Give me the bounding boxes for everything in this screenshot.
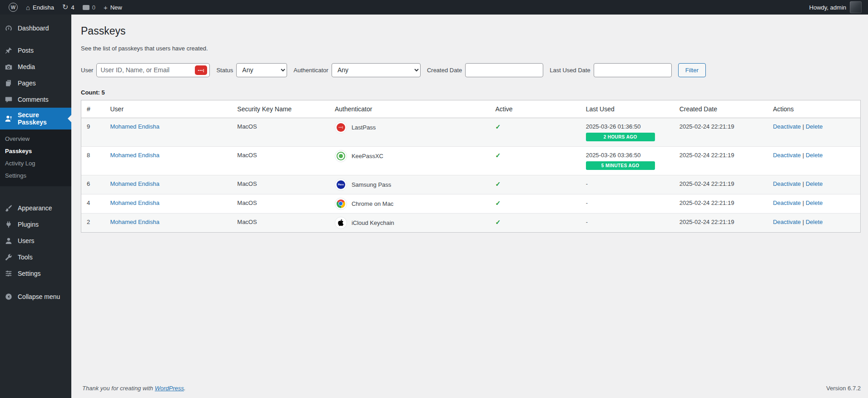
sidebar-item-plugins-row[interactable]: Plugins (0, 216, 71, 233)
sidebar-item-collapse-menu: Collapse menu (0, 289, 71, 305)
delete-link[interactable]: Delete (806, 152, 823, 159)
submenu-item-settings[interactable]: Settings (0, 169, 71, 182)
results-count: Count: 5 (81, 89, 861, 96)
lastpass-extension-icon[interactable] (195, 65, 207, 75)
last-used-empty: - (586, 219, 588, 225)
filter-button[interactable]: Filter (678, 63, 706, 77)
updates-link[interactable]: ↻ 4 (58, 0, 79, 15)
sidebar-item-media-row[interactable]: Media (0, 59, 71, 75)
passkey-id-cell: 4 (81, 194, 104, 213)
deactivate-link[interactable]: Deactivate (773, 199, 801, 206)
new-content-menu[interactable]: + New (99, 0, 126, 15)
created-date-cell: 2025-02-24 22:21:19 (674, 194, 768, 213)
delete-link[interactable]: Delete (806, 199, 823, 206)
footer-thanks-period: . (184, 385, 186, 392)
last-used-cell: 2025-03-26 03:36:505 MINUTES AGO (580, 146, 674, 175)
authenticator-filter-select[interactable]: Any (332, 63, 421, 77)
sidebar-item-tools: Tools (0, 249, 71, 265)
sidebar-item-pages-row[interactable]: Pages (0, 75, 71, 91)
user-avatar[interactable] (850, 1, 862, 13)
passkey-row: 8Mohamed EndishaMacOSKeePassXC✓2025-03-2… (81, 146, 860, 175)
admin-menu: DashboardPostsMediaPagesCommentsSecure P… (0, 15, 71, 305)
active-cell: ✓ (490, 175, 580, 194)
wordpress-logo-menu[interactable]: W (5, 0, 22, 15)
plus-icon: + (104, 4, 108, 11)
user-link[interactable]: Mohamed Endisha (110, 199, 159, 206)
lastpass-icon (337, 123, 345, 132)
last-used-empty: - (586, 199, 588, 206)
user-link[interactable]: Mohamed Endisha (110, 219, 159, 225)
user-link[interactable]: Mohamed Endisha (110, 123, 159, 130)
sidebar-item-media: Media (0, 59, 71, 75)
column-header-last-used: Last Used (580, 100, 674, 118)
submenu-item-activity-log[interactable]: Activity Log (0, 157, 71, 169)
howdy-label[interactable]: Howdy, admin (809, 4, 846, 11)
delete-link[interactable]: Delete (806, 123, 823, 130)
active-cell: ✓ (490, 118, 580, 146)
sidebar-item-settings-row[interactable]: Settings (0, 265, 71, 282)
page-title: Passkeys (81, 25, 861, 38)
last-used-date-filter-label: Last Used Date (550, 67, 590, 74)
submenu-item-passkeys[interactable]: Passkeys (0, 145, 71, 157)
deactivate-link[interactable]: Deactivate (773, 123, 801, 130)
last-used-date: 2025-03-26 01:36:50 (586, 123, 669, 130)
wordpress-footer-link[interactable]: WordPress (155, 385, 184, 392)
passkey-id-cell: 8 (81, 146, 104, 175)
sidebar-item-comments-row[interactable]: Comments (0, 91, 71, 108)
site-name-link[interactable]: ⌂ Endisha (22, 0, 58, 15)
last-used-empty: - (586, 180, 588, 187)
last-used-cell: 2025-03-26 01:36:502 HOURS AGO (580, 118, 674, 146)
sidebar-item-posts: Posts (0, 42, 71, 59)
comments-count: 0 (92, 4, 95, 11)
status-filter-select[interactable]: Any (236, 63, 287, 77)
deactivate-link[interactable]: Deactivate (773, 152, 801, 159)
deactivate-link[interactable]: Deactivate (773, 219, 801, 225)
wrench-icon (4, 253, 13, 262)
user-link[interactable]: Mohamed Endisha (110, 152, 159, 159)
security-key-name-cell: MacOS (232, 118, 329, 146)
sidebar-item-collapse-menu-row[interactable]: Collapse menu (0, 289, 71, 305)
chrome-icon (337, 199, 345, 208)
passkeys-table-card: #UserSecurity Key NameAuthenticatorActiv… (81, 100, 861, 233)
sidebar-item-users-row[interactable]: Users (0, 233, 71, 249)
comments-link[interactable]: 0 (79, 0, 99, 15)
user-filter-input[interactable] (96, 63, 210, 77)
sidebar-item-appearance-row[interactable]: Appearance (0, 200, 71, 216)
authenticator-filter-label: Authenticator (293, 67, 328, 74)
samsung-pass-icon-chip (335, 179, 347, 191)
keepassxc-icon-chip (335, 150, 347, 162)
new-label: New (110, 4, 122, 11)
user-link[interactable]: Mohamed Endisha (110, 180, 159, 187)
sidebar-item-label: Secure Passkeys (18, 111, 68, 126)
deactivate-link[interactable]: Deactivate (773, 180, 801, 187)
authenticator-cell: KeePassXC (329, 147, 490, 165)
admin-bar: W ⌂ Endisha ↻ 4 0 + New Howdy, admin (0, 0, 868, 15)
sidebar-item-plugins: Plugins (0, 216, 71, 233)
last-used-date-filter-input[interactable] (594, 63, 672, 77)
sidebar-item-label: Settings (18, 270, 41, 277)
column-header-authenticator: Authenticator (329, 100, 490, 118)
sidebar-item-posts-row[interactable]: Posts (0, 42, 71, 59)
active-check-icon: ✓ (496, 219, 501, 226)
sidebar-item-dashboard: Dashboard (0, 20, 71, 36)
created-date-filter-input[interactable] (465, 63, 543, 77)
updates-icon: ↻ (62, 4, 68, 11)
column-header-actions: Actions (768, 100, 860, 118)
created-date-cell: 2025-02-24 22:21:19 (674, 213, 768, 232)
passkey-row: 9Mohamed EndishaMacOSLastPass✓2025-03-26… (81, 118, 860, 146)
passkey-row: 6Mohamed EndishaMacOSSamsung Pass✓-2025-… (81, 175, 860, 194)
sidebar-item-tools-row[interactable]: Tools (0, 249, 71, 265)
wordpress-logo-icon: W (9, 3, 18, 12)
delete-link[interactable]: Delete (806, 180, 823, 187)
page-subtitle: See the list of passkeys that users have… (81, 45, 861, 52)
admin-sidebar: DashboardPostsMediaPagesCommentsSecure P… (0, 15, 71, 398)
delete-link[interactable]: Delete (806, 219, 823, 225)
submenu-item-overview[interactable]: Overview (0, 133, 71, 145)
secure-passkeys-submenu: OverviewPasskeysActivity LogSettings (0, 129, 71, 186)
created-date-cell: 2025-02-24 22:21:19 (674, 118, 768, 146)
dashboard-icon (4, 24, 13, 33)
action-separator: | (801, 199, 806, 206)
sidebar-item-secure-passkeys-row[interactable]: Secure Passkeys (0, 108, 71, 129)
sidebar-item-dashboard-row[interactable]: Dashboard (0, 20, 71, 36)
passkeys-table-body: 9Mohamed EndishaMacOSLastPass✓2025-03-26… (81, 118, 860, 232)
